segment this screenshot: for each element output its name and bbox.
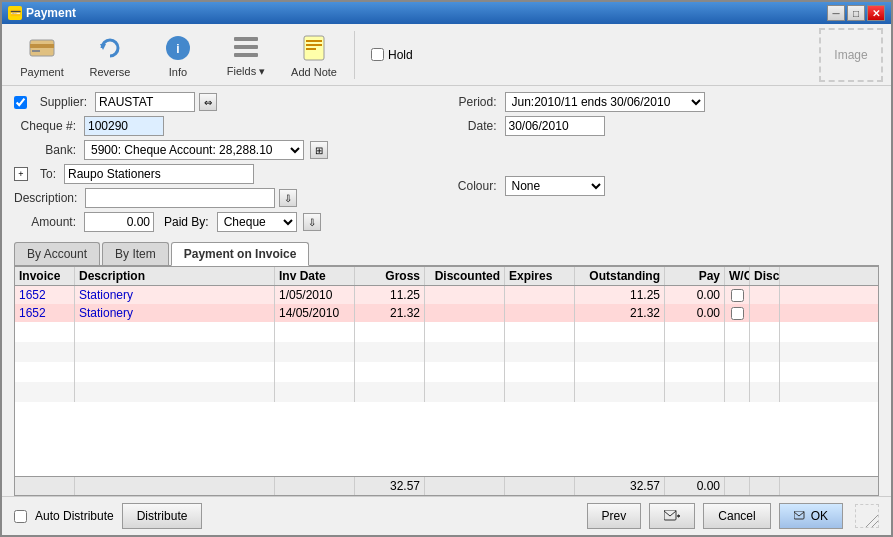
bank-edit-button[interactable]: ⊞ (310, 141, 328, 159)
table-row: 1652 Stationery 14/05/2010 21.32 21.32 0… (15, 304, 878, 322)
cell-outstanding: 11.25 (575, 286, 665, 304)
fields-icon (230, 31, 262, 63)
toolbar-separator (354, 31, 355, 79)
invoice-link[interactable]: 1652 (19, 288, 46, 302)
cell-expires (505, 362, 575, 382)
form-area: Supplier: RAUSTAT ⇔ Cheque #: Bank: 5900… (2, 86, 891, 242)
cell-pay: 0.00 (665, 286, 725, 304)
desc-link[interactable]: Stationery (79, 306, 133, 320)
desc-link[interactable]: Stationery (79, 288, 133, 302)
cheque-input[interactable] (84, 116, 164, 136)
info-icon: i (162, 32, 194, 64)
col-outstanding-header: Outstanding (575, 267, 665, 285)
cell-pay (665, 382, 725, 402)
table-header: Invoice Description Inv Date Gross Disco… (15, 267, 878, 286)
invoice-table: Invoice Description Inv Date Gross Disco… (14, 266, 879, 496)
toolbar: Payment Reverse i Info (2, 24, 891, 86)
supplier-input[interactable]: RAUSTAT (95, 92, 195, 112)
resize-icon (856, 505, 878, 527)
cell-gross: 21.32 (355, 304, 425, 322)
footer-pay: 0.00 (665, 477, 725, 495)
reverse-button-label: Reverse (90, 66, 131, 78)
bank-row: Bank: 5900: Cheque Account: 28,288.10 ⊞ (14, 140, 443, 160)
cell-desc: Stationery (75, 304, 275, 322)
footer-gross: 32.57 (355, 477, 425, 495)
period-select[interactable]: Jun:2010/11 ends 30/06/2010 (505, 92, 705, 112)
cell-expires (505, 382, 575, 402)
invoice-link[interactable]: 1652 (19, 306, 46, 320)
close-button[interactable]: ✕ (867, 5, 885, 21)
reverse-toolbar-button[interactable]: Reverse (78, 28, 142, 82)
tab-bar: By Account By Item Payment on Invoice (14, 242, 879, 266)
cell-invdate (275, 322, 355, 342)
cell-invoice (15, 322, 75, 342)
cell-desc (75, 342, 275, 362)
info-button-label: Info (169, 66, 187, 78)
wo-checkbox[interactable] (731, 289, 744, 302)
cell-invdate: 1/05/2010 (275, 286, 355, 304)
minimize-button[interactable]: ─ (827, 5, 845, 21)
add-note-toolbar-button[interactable]: Add Note (282, 28, 346, 82)
description-lookup-button[interactable]: ⇩ (279, 189, 297, 207)
col-desc-header: Description (75, 267, 275, 285)
distribute-button[interactable]: Distribute (122, 503, 203, 529)
bank-label: Bank: (14, 143, 80, 157)
tab-by-item[interactable]: By Item (102, 242, 169, 265)
description-input[interactable] (85, 188, 275, 208)
cell-desc (75, 362, 275, 382)
auto-distribute-checkbox[interactable] (14, 510, 27, 523)
paid-by-select[interactable]: Cheque EFT Cash Credit Card (217, 212, 297, 232)
tab-payment-on-invoice[interactable]: Payment on Invoice (171, 242, 310, 266)
fields-toolbar-button[interactable]: Fields ▾ (214, 28, 278, 82)
svg-rect-7 (234, 45, 258, 49)
cell-discounted (425, 304, 505, 322)
titlebar-buttons: ─ □ ✕ (827, 5, 885, 21)
date-label: Date: (451, 119, 501, 133)
cell-outstanding: 21.32 (575, 304, 665, 322)
maximize-button[interactable]: □ (847, 5, 865, 21)
footer-discounted (425, 477, 505, 495)
form-two-col: Supplier: RAUSTAT ⇔ Cheque #: Bank: 5900… (14, 92, 879, 236)
cell-disc (750, 362, 780, 382)
tabs-area: By Account By Item Payment on Invoice (2, 242, 891, 266)
info-toolbar-button[interactable]: i Info (146, 28, 210, 82)
cell-invdate (275, 362, 355, 382)
hold-checkbox[interactable] (371, 48, 384, 61)
cell-wo (725, 342, 750, 362)
image-label: Image (834, 48, 867, 62)
date-input[interactable] (505, 116, 605, 136)
supplier-lookup-button[interactable]: ⇔ (199, 93, 217, 111)
table-row: 1652 Stationery 1/05/2010 11.25 11.25 0.… (15, 286, 878, 304)
colour-select[interactable]: None Red Blue Green (505, 176, 605, 196)
svg-rect-1 (30, 44, 54, 48)
tab-by-account[interactable]: By Account (14, 242, 100, 265)
amount-input[interactable] (84, 212, 154, 232)
ok-button[interactable]: OK (779, 503, 843, 529)
expand-button[interactable]: + (14, 167, 28, 181)
cell-expires (505, 342, 575, 362)
bank-select[interactable]: 5900: Cheque Account: 28,288.10 (84, 140, 304, 160)
to-input[interactable] (64, 164, 254, 184)
email-send-icon (664, 510, 680, 522)
email-send-button[interactable] (649, 503, 695, 529)
cancel-button[interactable]: Cancel (703, 503, 770, 529)
cell-desc: Stationery (75, 286, 275, 304)
footer-invoice (15, 477, 75, 495)
supplier-checkbox[interactable] (14, 96, 27, 109)
cell-outstanding (575, 342, 665, 362)
colour-label: Colour: (451, 179, 501, 193)
prev-button[interactable]: Prev (587, 503, 642, 529)
svg-rect-2 (32, 50, 40, 52)
prev-label: Prev (602, 509, 627, 523)
cell-outstanding (575, 362, 665, 382)
svg-rect-6 (234, 37, 258, 41)
fields-button-label: Fields ▾ (227, 65, 265, 78)
colour-row: Colour: None Red Blue Green (451, 176, 880, 196)
cell-disc (750, 342, 780, 362)
window-title: Payment (26, 6, 76, 20)
payment-toolbar-button[interactable]: Payment (10, 28, 74, 82)
table-row (15, 362, 878, 382)
col-pay-header: Pay (665, 267, 725, 285)
wo-checkbox[interactable] (731, 307, 744, 320)
paid-by-arrow[interactable]: ⇩ (303, 213, 321, 231)
